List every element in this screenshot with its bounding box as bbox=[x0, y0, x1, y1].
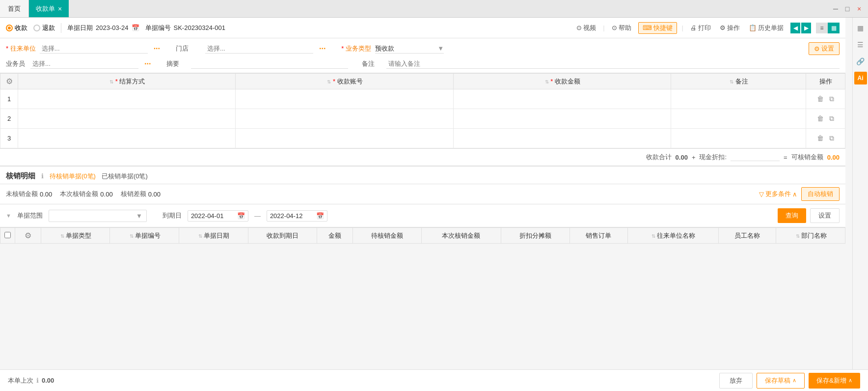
verify-section-header: 核销明细 ℹ 待核销单据(0笔) 已核销单据(0笔) bbox=[0, 167, 845, 184]
summary-input[interactable] bbox=[191, 59, 348, 69]
copy-row-1-icon[interactable]: ⧉ bbox=[829, 95, 834, 103]
prev-btn[interactable]: ◀ bbox=[790, 23, 800, 33]
settle-method-cell-3[interactable] bbox=[18, 129, 236, 148]
list-view-btn[interactable]: ≡ bbox=[816, 23, 828, 33]
copy-row-3-icon[interactable]: ⧉ bbox=[829, 134, 834, 142]
subtotal-value: 0.00 bbox=[676, 154, 688, 161]
sidebar-ai-icon[interactable]: Ai bbox=[854, 72, 867, 84]
footer-right: 放弃 保存草稿 ∧ 保存&新增 ∧ bbox=[719, 373, 860, 389]
account-col: ⇅ 收款账号 bbox=[236, 74, 453, 89]
delete-row-2-icon[interactable]: 🗑 bbox=[817, 114, 824, 122]
discount-input[interactable] bbox=[731, 153, 780, 161]
tab-bar: 首页 收款单 × ─ □ × bbox=[0, 0, 868, 18]
save-new-btn[interactable]: 保存&新增 ∧ bbox=[809, 373, 860, 389]
sidebar-list-icon[interactable]: ☰ bbox=[854, 38, 867, 51]
date-from-calendar-icon[interactable]: 📅 bbox=[237, 212, 245, 220]
range-select[interactable]: ▼ bbox=[49, 210, 147, 222]
range-select-arrow: ▼ bbox=[136, 212, 142, 220]
counterpart-input[interactable] bbox=[40, 44, 148, 54]
counterpart-more-btn[interactable]: ··· bbox=[152, 44, 162, 53]
settings-gear-col: ⚙ bbox=[0, 74, 18, 89]
next-btn[interactable]: ▶ bbox=[801, 23, 811, 33]
tab-bar-right: ─ □ × bbox=[832, 5, 868, 13]
staff-more-btn[interactable]: ··· bbox=[142, 59, 153, 68]
sidebar-table-icon[interactable]: ▦ bbox=[854, 22, 867, 34]
action-cell-3: 🗑 ⧉ bbox=[806, 129, 845, 148]
auto-verify-btn[interactable]: 自动核销 bbox=[801, 187, 840, 201]
remark-input[interactable] bbox=[386, 59, 840, 69]
operation-btn[interactable]: ⚙ 操作 bbox=[718, 23, 742, 33]
store-more-btn[interactable]: ··· bbox=[317, 44, 327, 53]
account-cell-1[interactable] bbox=[236, 89, 453, 109]
abandon-btn[interactable]: 放弃 bbox=[719, 373, 753, 389]
settle-method-cell-2[interactable] bbox=[18, 109, 236, 129]
row-num-3: 3 bbox=[0, 129, 18, 148]
receipt-radio[interactable]: 收款 bbox=[6, 24, 27, 32]
form-view-btn[interactable]: ▦ bbox=[828, 23, 840, 33]
sort-remark-icon[interactable]: ⇅ bbox=[730, 79, 733, 84]
due-date-col-label: 收款到期日 bbox=[267, 232, 298, 239]
number-field: 单据编号 SK-20230324-001 bbox=[145, 24, 226, 32]
history-btn[interactable]: 📋 历史单据 bbox=[747, 23, 786, 33]
stats-row: 未核销金额 0.00 本次核销金额 0.00 核销差额 0.00 ▽ 更多条件 … bbox=[0, 184, 845, 204]
video-btn[interactable]: ⊙ 视频 bbox=[574, 23, 598, 33]
doc-number-col: ⇅ 单据编号 bbox=[110, 228, 179, 244]
more-conditions-btn[interactable]: ▽ 更多条件 ∧ bbox=[759, 190, 797, 198]
remark-cell-3[interactable] bbox=[671, 129, 806, 148]
delete-row-1-icon[interactable]: 🗑 bbox=[817, 95, 824, 103]
print-btn[interactable]: 🖨 打印 bbox=[688, 23, 713, 33]
table-settings-icon[interactable]: ⚙ bbox=[6, 77, 13, 85]
bottom-table-settings-icon[interactable]: ⚙ bbox=[25, 231, 31, 240]
shortcut-btn[interactable]: ⌨ 快捷键 bbox=[638, 22, 677, 34]
tab-receipt[interactable]: 收款单 × bbox=[29, 0, 69, 17]
remark-col-label: 备注 bbox=[735, 78, 748, 85]
current-verify-col: 本次核销金额 bbox=[421, 228, 501, 244]
copy-row-2-icon[interactable]: ⧉ bbox=[829, 114, 834, 122]
refund-radio[interactable]: 退款 bbox=[33, 24, 55, 32]
department-col: ⇅ 部门名称 bbox=[776, 228, 845, 244]
sort-amount-icon[interactable]: ⇅ bbox=[545, 79, 549, 84]
query-btn[interactable]: 查询 bbox=[778, 208, 806, 223]
unverified-value: 0.00 bbox=[40, 191, 52, 198]
business-type-select[interactable]: 预收款 ▼ bbox=[375, 44, 444, 54]
unverified-stat: 未核销金额 0.00 bbox=[6, 190, 52, 198]
table-area: ⚙ ⇅ 结算方式 ⇅ 收款账号 ⇅ 收款金额 ⇅ bbox=[0, 73, 845, 148]
save-draft-btn[interactable]: 保存草稿 ∧ bbox=[757, 373, 805, 389]
receipt-tab-close[interactable]: × bbox=[58, 5, 62, 13]
refund-radio-label: 退款 bbox=[42, 24, 55, 32]
pending-tab[interactable]: 待核销单据(0笔) bbox=[50, 172, 96, 181]
filter-setting-btn[interactable]: 设置 bbox=[810, 208, 840, 223]
sort-account-icon[interactable]: ⇅ bbox=[327, 79, 331, 84]
date-to-calendar-icon[interactable]: 📅 bbox=[316, 212, 324, 220]
amount-cell-2[interactable] bbox=[453, 109, 671, 129]
amount-cell-1[interactable] bbox=[453, 89, 671, 109]
amount-cell-3[interactable] bbox=[453, 129, 671, 148]
maximize-button[interactable]: □ bbox=[843, 5, 851, 13]
settings-button[interactable]: ⚙ 设置 bbox=[809, 42, 840, 55]
range-label: 单据范围 bbox=[17, 211, 43, 220]
sort-settle-icon[interactable]: ⇅ bbox=[109, 79, 113, 84]
delete-row-3-icon[interactable]: 🗑 bbox=[817, 134, 824, 142]
sidebar-attachment-icon[interactable]: 🔗 bbox=[854, 55, 867, 68]
calendar-icon[interactable]: 📅 bbox=[132, 24, 139, 31]
verify-info-icon[interactable]: ℹ bbox=[41, 172, 44, 180]
select-all-checkbox[interactable] bbox=[4, 232, 11, 238]
close-window-button[interactable]: × bbox=[855, 5, 863, 13]
store-input[interactable] bbox=[205, 44, 313, 54]
tab-home[interactable]: 首页 bbox=[0, 0, 29, 17]
minimize-button[interactable]: ─ bbox=[832, 5, 840, 13]
remark-cell-2[interactable] bbox=[671, 109, 806, 129]
staff-input[interactable] bbox=[30, 59, 138, 69]
row-num-1: 1 bbox=[0, 89, 18, 109]
employee-col-label: 员工名称 bbox=[734, 232, 760, 239]
help-btn[interactable]: ⊙ 帮助 bbox=[610, 23, 633, 33]
done-tab[interactable]: 已核销单据(0笔) bbox=[102, 172, 148, 181]
remark-cell-1[interactable] bbox=[671, 89, 806, 109]
account-cell-2[interactable] bbox=[236, 109, 453, 129]
date-to-input[interactable] bbox=[270, 212, 314, 220]
account-cell-3[interactable] bbox=[236, 129, 453, 148]
date-from-input[interactable] bbox=[191, 212, 235, 220]
counterpart-name-col-label: 往来单位名称 bbox=[657, 232, 695, 239]
settle-method-cell-1[interactable] bbox=[18, 89, 236, 109]
toolbar: 收款 退款 单据日期 2023-03-24 📅 单据编号 SK-20230324… bbox=[0, 18, 845, 38]
